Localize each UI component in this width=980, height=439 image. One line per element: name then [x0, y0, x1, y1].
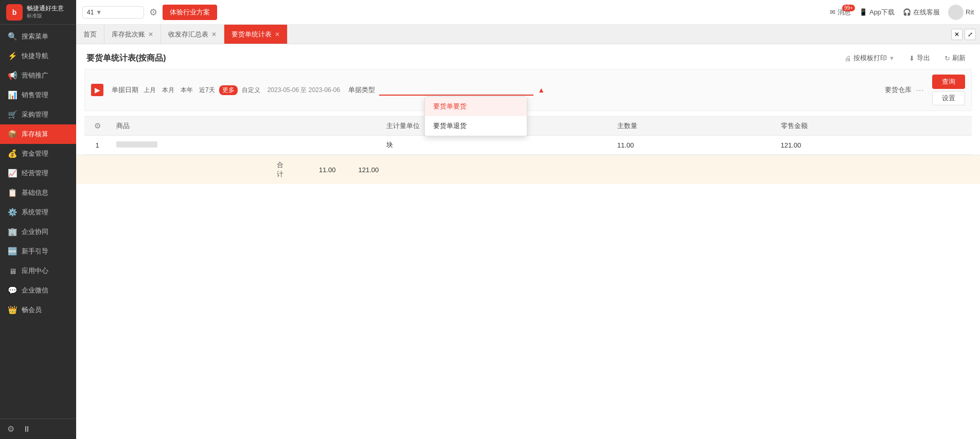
chevron-down-icon: ▼ [889, 55, 895, 61]
close-icon[interactable]: ✕ [275, 31, 280, 38]
sidebar-item-label: 销售管理 [22, 90, 48, 100]
close-icon[interactable]: ✕ [148, 31, 153, 38]
online-service-button[interactable]: 🎧 在线客服 [903, 8, 940, 17]
avatar [948, 5, 964, 20]
filter-bar: ▶ 单据日期 上月 本月 本年 近7天 更多 自定义 2023-05-06 至 … [84, 69, 972, 111]
tabbar: 首页 库存批次账 ✕ 收发存汇总表 ✕ 要货单统计表 ✕ ✕ ⤢ [76, 25, 980, 44]
export-button[interactable]: ⬇ 导出 [905, 51, 934, 65]
sidebar-item-sales[interactable]: 📊 销售管理 [0, 85, 76, 105]
settings-bottom-icon[interactable]: ⚙ [7, 424, 14, 434]
filter-actions: 查询 设置 [932, 75, 965, 105]
download-icon: 📱 [859, 8, 867, 16]
tab-receive-summary[interactable]: 收发存汇总表 ✕ [161, 25, 224, 44]
cart-icon: 🛒 [7, 110, 17, 119]
expand-tabs-button[interactable]: ⤢ [965, 29, 976, 40]
app-download-label: App下载 [869, 8, 895, 17]
more-dates-btn[interactable]: 更多 [219, 85, 238, 95]
date-filter-group: 单据日期 上月 本月 本年 近7天 更多 自定义 2023-05-06 至 20… [112, 85, 340, 96]
page-actions: 🖨 按模板打印 ▼ ⬇ 导出 ↻ 刷新 [841, 51, 970, 65]
sidebar-item-basic[interactable]: 📋 基础信息 [0, 183, 76, 203]
tab-home[interactable]: 首页 [76, 25, 104, 44]
sidebar-item-enterprise[interactable]: 🏢 企业协同 [0, 222, 76, 242]
this-year-btn[interactable]: 本年 [179, 85, 195, 96]
sidebar-item-search[interactable]: 🔍 搜索菜单 [0, 27, 76, 46]
sidebar-item-label: 营销推广 [22, 71, 48, 80]
sidebar-logo: b 畅捷通好生意 标准版 [0, 0, 76, 25]
sidebar-item-quick-nav[interactable]: ⚡ 快捷导航 [0, 46, 76, 66]
query-button[interactable]: 查询 [932, 75, 965, 89]
main-area: 41 ▼ ⚙ 体验行业方案 ✉ 消息 99+ 📱 App下载 🎧 在线客服 Ri… [76, 0, 980, 439]
store-number: 41 [87, 9, 94, 16]
chevron-up-icon[interactable]: ▲ [538, 86, 545, 94]
sidebar-item-system[interactable]: ⚙️ 系统管理 [0, 203, 76, 222]
inventory-icon: 📦 [7, 130, 17, 139]
sidebar-item-marketing[interactable]: 📢 营销推广 [0, 66, 76, 85]
guide-icon: 🆕 [7, 247, 17, 256]
search-icon: 🔍 [7, 32, 17, 41]
col-quantity-header: 主数量 [611, 117, 775, 136]
tab-inventory-batch-label: 库存批次账 [112, 30, 145, 39]
table-row: 1 块 11.00 121.00 [84, 136, 972, 155]
basic-icon: 📋 [7, 188, 17, 197]
refresh-label: 刷新 [952, 53, 966, 63]
topbar: 41 ▼ ⚙ 体验行业方案 ✉ 消息 99+ 📱 App下载 🎧 在线客服 Ri… [76, 0, 980, 25]
lightning-icon: ⚡ [7, 51, 17, 61]
message-badge: 99+ [842, 5, 855, 11]
expand-filter-button[interactable]: ▶ [91, 84, 103, 96]
date-shortcuts: 上月 本月 本年 近7天 更多 自定义 [141, 85, 262, 96]
export-icon: ⬇ [909, 54, 915, 62]
date-filter-label: 单据日期 [112, 85, 138, 95]
user-profile[interactable]: Rit [948, 5, 974, 20]
tab-inventory-batch[interactable]: 库存批次账 ✕ [104, 25, 161, 44]
trial-button[interactable]: 体验行业方案 [163, 5, 217, 20]
store-selector[interactable]: 41 ▼ [82, 6, 144, 19]
sidebar-item-inventory[interactable]: 📦 库存核算 [0, 124, 76, 144]
col-settings[interactable]: ⚙ [84, 117, 110, 136]
sidebar-item-purchase[interactable]: 🛒 采购管理 [0, 105, 76, 124]
close-all-button[interactable]: ✕ [951, 29, 963, 40]
sidebar-item-label: 畅会员 [22, 305, 42, 315]
row-amount: 121.00 [775, 136, 972, 155]
sidebar-item-label: 应用中心 [22, 266, 48, 276]
content-area: 要货单统计表(按商品) 🖨 按模板打印 ▼ ⬇ 导出 ↻ 刷新 ▶ [76, 44, 980, 439]
this-month-btn[interactable]: 本月 [160, 85, 176, 96]
sidebar-item-finance[interactable]: 💰 资金管理 [0, 144, 76, 163]
page-title: 要货单统计表(按商品) [86, 53, 166, 64]
column-settings-icon[interactable]: ⚙ [94, 121, 101, 130]
sidebar-bottom: ⚙ ⏸ [0, 418, 76, 439]
refresh-button[interactable]: ↻ 刷新 [940, 51, 970, 65]
dropdown-item-order-goods[interactable]: 要货单要货 [425, 97, 527, 116]
more-options-icon[interactable]: ⋯ [916, 85, 924, 95]
sidebar-item-label: 企业协同 [22, 227, 48, 236]
sidebar-item-wechat[interactable]: 💬 企业微信 [0, 281, 76, 300]
sidebar-item-label: 经营管理 [22, 169, 48, 178]
user-name: Rit [966, 8, 974, 16]
print-button[interactable]: 🖨 按模板打印 ▼ [841, 51, 899, 65]
close-icon[interactable]: ✕ [211, 31, 217, 38]
custom-date-btn[interactable]: 自定义 [240, 85, 262, 96]
messages-button[interactable]: ✉ 消息 99+ [830, 8, 851, 17]
settings-button[interactable]: 设置 [932, 91, 965, 105]
type-filter-input[interactable] [379, 85, 533, 96]
sidebar-item-member[interactable]: 👑 畅会员 [0, 300, 76, 320]
chevron-down-icon: ▼ [96, 9, 102, 16]
app-download-button[interactable]: 📱 App下载 [859, 8, 895, 17]
type-filter-label: 单据类型 [348, 85, 375, 95]
sidebar-item-operations[interactable]: 📈 经营管理 [0, 163, 76, 183]
sidebar-item-guide[interactable]: 🆕 新手引导 [0, 242, 76, 261]
tab-order-summary[interactable]: 要货单统计表 ✕ [224, 25, 288, 44]
last-month-btn[interactable]: 上月 [141, 85, 158, 96]
collapse-icon[interactable]: ⏸ [23, 425, 31, 434]
dropdown-item-order-return[interactable]: 要货单退货 [425, 116, 527, 136]
system-icon: ⚙️ [7, 208, 17, 217]
sidebar-item-label: 系统管理 [22, 208, 48, 217]
last-7days-btn[interactable]: 近7天 [197, 85, 217, 96]
row-unit: 块 [380, 136, 611, 155]
finance-icon: 💰 [7, 149, 17, 158]
col-goods-header: 商品 [110, 117, 380, 136]
sidebar-item-appstore[interactable]: 🖥 应用中心 [0, 261, 76, 281]
row-quantity: 11.00 [611, 136, 775, 155]
tab-order-summary-label: 要货单统计表 [231, 30, 272, 39]
goods-placeholder [116, 141, 157, 148]
gear-icon[interactable]: ⚙ [149, 7, 157, 18]
